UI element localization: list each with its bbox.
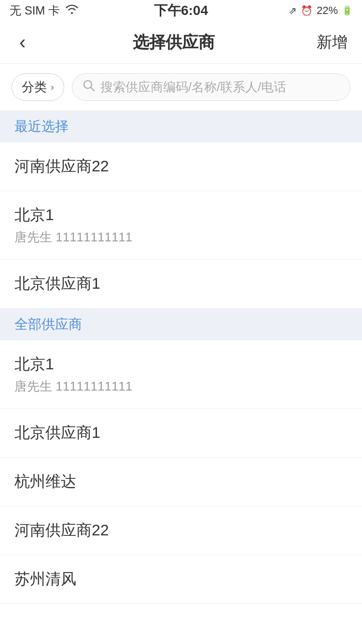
filter-bar: 分类 › (0, 64, 362, 111)
status-time: 下午6:04 (154, 1, 208, 20)
back-button[interactable]: ‹ (14, 27, 30, 58)
list-item[interactable]: 杭州维达 (0, 458, 362, 506)
category-filter-button[interactable]: 分类 › (12, 73, 64, 101)
item-sub: 唐先生 11111111111 (14, 378, 348, 395)
category-label: 分类 (22, 79, 47, 96)
battery-text: 22% (317, 4, 338, 17)
search-box (72, 73, 350, 101)
svg-line-1 (91, 88, 94, 91)
list-item[interactable]: 河南供应商22 (0, 506, 362, 555)
add-button[interactable]: 新增 (317, 32, 348, 53)
item-name: 北京1 (14, 354, 348, 375)
item-name: 河南供应商22 (14, 520, 348, 541)
all-section-header: 全部供应商 (0, 308, 362, 340)
no-sim-text: 无 SIM 卡 (10, 3, 60, 18)
all-items-list: 北京1唐先生 11111111111北京供应商1杭州维达河南供应商22苏州清风 (0, 340, 362, 604)
status-right: ⇗ ⏰ 22% 🔋 (289, 4, 352, 17)
list-item[interactable]: 河南供应商22 (0, 142, 362, 191)
alarm-icon: ⏰ (301, 5, 313, 16)
status-bar: 无 SIM 卡 下午6:04 ⇗ ⏰ 22% 🔋 (0, 0, 362, 21)
all-section-label: 全部供应商 (14, 317, 82, 332)
item-name: 北京供应商1 (14, 273, 348, 294)
chevron-right-icon: › (51, 82, 54, 93)
recent-items-list: 河南供应商22北京1唐先生 11111111111北京供应商1 (0, 142, 362, 308)
item-name: 苏州清风 (14, 569, 348, 590)
recent-section-label: 最近选择 (14, 119, 69, 134)
svg-point-0 (84, 81, 92, 88)
nav-bar: ‹ 选择供应商 新增 (0, 21, 362, 64)
recent-section-header: 最近选择 (0, 111, 362, 142)
item-name: 杭州维达 (14, 471, 348, 492)
search-input[interactable] (100, 80, 340, 95)
item-name: 河南供应商22 (14, 156, 348, 177)
status-left: 无 SIM 卡 (10, 3, 79, 18)
item-name: 北京供应商1 (14, 422, 348, 444)
wifi-icon (65, 4, 79, 17)
location-icon: ⇗ (289, 5, 297, 16)
item-sub: 唐先生 11111111111 (14, 229, 348, 246)
list-item[interactable]: 苏州清风 (0, 555, 362, 604)
list-item[interactable]: 北京供应商1 (0, 409, 362, 458)
search-icon (82, 79, 96, 96)
item-name: 北京1 (14, 205, 348, 226)
list-item[interactable]: 北京1唐先生 11111111111 (0, 340, 362, 409)
list-item[interactable]: 北京供应商1 (0, 260, 362, 308)
list-item[interactable]: 北京1唐先生 11111111111 (0, 191, 362, 260)
page-title: 选择供应商 (133, 31, 215, 54)
battery-icon: 🔋 (342, 5, 352, 16)
